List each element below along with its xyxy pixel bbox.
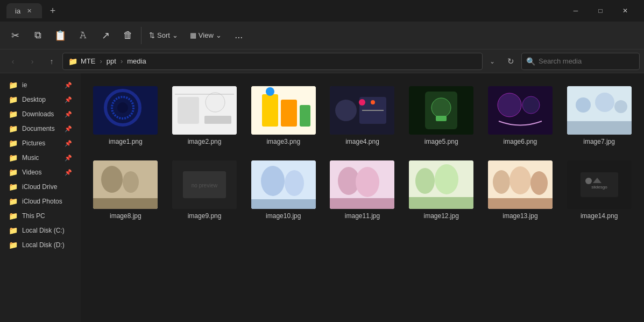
sort-chevron-icon: ⌄ bbox=[172, 31, 178, 39]
sidebar-item-10[interactable]: 📁Local Disk (C:) bbox=[2, 223, 79, 237]
cut-button[interactable]: ✂ bbox=[4, 24, 26, 47]
svg-point-3 bbox=[117, 102, 128, 113]
file-thumbnail: slidesgo bbox=[567, 160, 632, 209]
sidebar-item-5[interactable]: 📁Music📌 bbox=[2, 151, 79, 165]
sidebar-item-4[interactable]: 📁Pictures📌 bbox=[2, 136, 79, 150]
file-item[interactable]: slidesgoimage14.png bbox=[563, 156, 635, 224]
folder-icon: 📁 bbox=[9, 81, 18, 89]
file-name: image1.png bbox=[109, 138, 143, 145]
sidebar-item-1[interactable]: 📁Desktop📌 bbox=[2, 93, 79, 107]
window-close-button[interactable]: ✕ bbox=[613, 2, 638, 19]
svg-point-41 bbox=[285, 170, 304, 196]
file-item[interactable]: image12.jpg bbox=[405, 156, 478, 224]
sort-button[interactable]: ⇅ Sort ⌄ bbox=[144, 24, 183, 47]
breadcrumb-mte: MTE bbox=[81, 57, 95, 65]
file-item[interactable]: image4.png bbox=[326, 82, 399, 150]
sidebar-item-label: iCloud Photos bbox=[22, 198, 62, 205]
svg-point-18 bbox=[359, 99, 365, 106]
sidebar-item-0[interactable]: 📁ie📌 bbox=[2, 78, 79, 92]
rename-icon: 𝙰 bbox=[80, 30, 87, 41]
file-thumbnail bbox=[330, 86, 394, 135]
up-button[interactable]: ↑ bbox=[43, 53, 60, 70]
file-item[interactable]: image10.jpg bbox=[247, 156, 320, 224]
svg-point-58 bbox=[585, 178, 592, 184]
pin-icon: 📌 bbox=[65, 155, 72, 162]
copy-icon: ⧉ bbox=[34, 30, 41, 41]
file-item[interactable]: image11.jpg bbox=[326, 156, 399, 224]
view-button[interactable]: ▦ View ⌄ bbox=[185, 24, 227, 47]
file-grid: image1.pngimage2.pngimage3.pngimage4.png… bbox=[89, 82, 635, 224]
search-icon: 🔍 bbox=[526, 57, 535, 66]
sort-icon: ⇅ bbox=[149, 31, 155, 39]
folder-icon: 📁 bbox=[9, 124, 18, 133]
sidebar-item-label: Downloads bbox=[22, 110, 54, 118]
file-item[interactable]: image7.jpg bbox=[563, 82, 635, 150]
folder-icon: 📁 bbox=[9, 212, 18, 220]
maximize-button[interactable]: □ bbox=[588, 2, 613, 19]
svg-point-6 bbox=[206, 93, 225, 112]
svg-rect-55 bbox=[488, 198, 553, 209]
file-thumbnail bbox=[409, 86, 473, 135]
file-item[interactable]: image5.png bbox=[405, 82, 478, 150]
active-tab[interactable]: ia ✕ bbox=[6, 3, 42, 18]
back-button[interactable]: ‹ bbox=[4, 53, 22, 70]
address-bar[interactable]: 📁 MTE › ppt › media bbox=[62, 53, 483, 70]
svg-point-34 bbox=[123, 171, 139, 193]
address-dropdown-button[interactable]: ⌄ bbox=[485, 54, 500, 69]
sidebar-item-6[interactable]: 📁Videos📌 bbox=[2, 165, 79, 179]
sidebar-item-3[interactable]: 📁Documents📌 bbox=[2, 122, 79, 136]
file-name: image6.png bbox=[504, 138, 537, 145]
tab-close-button[interactable]: ✕ bbox=[25, 6, 33, 15]
search-box[interactable]: 🔍 bbox=[521, 53, 640, 70]
sidebar-item-8[interactable]: 📁iCloud Photos bbox=[2, 194, 79, 208]
svg-rect-11 bbox=[281, 100, 297, 127]
minimize-button[interactable]: ─ bbox=[563, 2, 588, 19]
more-options-button[interactable]: ... bbox=[228, 24, 250, 47]
sidebar-item-2[interactable]: 📁Downloads📌 bbox=[2, 107, 79, 121]
copy-button[interactable]: ⧉ bbox=[27, 24, 48, 47]
sidebar-item-7[interactable]: 📁iCloud Drive bbox=[2, 180, 79, 194]
svg-text:slidesgo: slidesgo bbox=[591, 185, 607, 190]
svg-rect-35 bbox=[93, 198, 158, 209]
file-item[interactable]: no previewimage9.png bbox=[168, 156, 241, 224]
pin-icon: 📌 bbox=[65, 111, 72, 118]
folder-icon: 📁 bbox=[9, 241, 18, 249]
svg-point-48 bbox=[415, 168, 435, 194]
folder-icon: 📁 bbox=[9, 110, 18, 118]
folder-icon: 📁 bbox=[9, 153, 18, 162]
file-item[interactable]: image6.png bbox=[484, 82, 557, 150]
sidebar-item-11[interactable]: 📁Local Disk (D:) bbox=[2, 238, 79, 252]
refresh-button[interactable]: ↻ bbox=[502, 53, 519, 70]
file-item[interactable]: image2.png bbox=[168, 82, 241, 150]
file-thumbnail bbox=[93, 160, 158, 209]
folder-icon: 📁 bbox=[9, 197, 18, 206]
tab-strip: ia ✕ + bbox=[6, 2, 61, 19]
forward-button[interactable]: › bbox=[24, 53, 41, 70]
svg-point-13 bbox=[266, 87, 274, 96]
paste-button[interactable]: 📋 bbox=[49, 24, 71, 47]
pin-icon: 📌 bbox=[65, 140, 72, 147]
cut-icon: ✂ bbox=[11, 30, 19, 41]
file-item[interactable]: image13.jpg bbox=[484, 156, 557, 224]
title-bar: ia ✕ + ─ □ ✕ bbox=[0, 0, 644, 22]
delete-button[interactable]: 🗑 bbox=[117, 24, 139, 47]
search-input[interactable] bbox=[539, 57, 635, 65]
svg-rect-50 bbox=[409, 197, 473, 209]
pin-icon: 📌 bbox=[65, 125, 72, 132]
sidebar-item-label: Music bbox=[22, 154, 39, 162]
file-item[interactable]: image1.png bbox=[89, 82, 162, 150]
svg-text:no preview: no preview bbox=[192, 183, 218, 188]
file-item[interactable]: image3.png bbox=[247, 82, 320, 150]
svg-rect-10 bbox=[262, 94, 278, 127]
file-item[interactable]: image8.jpg bbox=[89, 156, 162, 224]
share-button[interactable]: ↗ bbox=[95, 24, 116, 47]
svg-rect-46 bbox=[330, 198, 394, 209]
sidebar-item-label: ie bbox=[22, 81, 27, 89]
rename-button[interactable]: 𝙰 bbox=[72, 24, 94, 47]
new-tab-button[interactable]: + bbox=[44, 2, 61, 19]
folder-icon: 📁 bbox=[9, 168, 18, 177]
sidebar-item-9[interactable]: 📁This PC bbox=[2, 209, 79, 223]
file-thumbnail bbox=[488, 160, 553, 209]
file-area: image1.pngimage2.pngimage3.pngimage4.png… bbox=[81, 73, 644, 322]
file-thumbnail bbox=[409, 160, 473, 209]
